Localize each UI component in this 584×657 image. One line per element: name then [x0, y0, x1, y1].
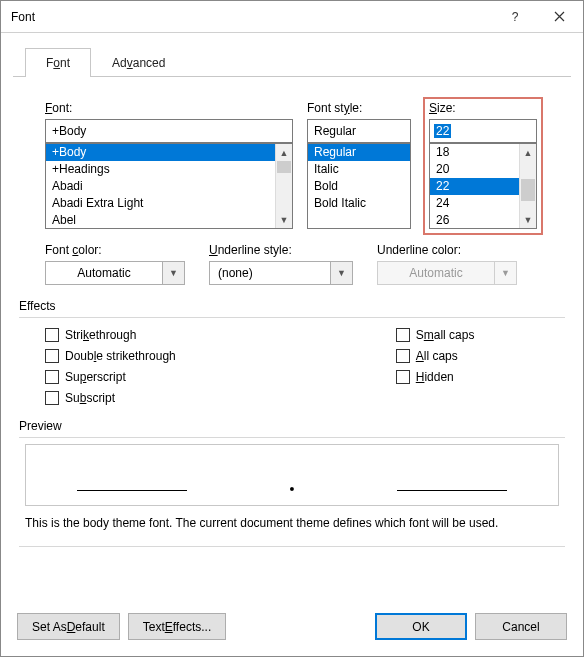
dialog-title: Font: [11, 10, 493, 24]
double-strikethrough-checkbox[interactable]: Double strikethrough: [45, 349, 176, 363]
preview-label: Preview: [19, 419, 565, 433]
dialog-footer: Set As Default Text Effects... OK Cancel: [1, 601, 583, 656]
list-item[interactable]: Abadi: [46, 178, 275, 195]
underline-style-value: (none): [209, 261, 331, 285]
tab-strip: Font Advanced: [25, 47, 583, 76]
font-input-value: +Body: [52, 124, 86, 138]
titlebar: Font ?: [1, 1, 583, 33]
all-caps-checkbox[interactable]: All caps: [396, 349, 475, 363]
tab-advanced[interactable]: Advanced: [91, 48, 186, 77]
preview-line: [77, 490, 187, 491]
font-scrollbar[interactable]: ▲ ▼: [275, 144, 292, 228]
list-item[interactable]: Bold Italic: [308, 195, 410, 212]
font-listbox[interactable]: +Body +Headings Abadi Abadi Extra Light …: [45, 143, 293, 229]
list-item[interactable]: Regular: [308, 144, 410, 161]
preview-line: [397, 490, 507, 491]
subscript-checkbox[interactable]: Subscript: [45, 391, 176, 405]
list-item[interactable]: 20: [430, 161, 519, 178]
set-default-button[interactable]: Set As Default: [17, 613, 120, 640]
font-style-input[interactable]: Regular: [307, 119, 411, 143]
effects-label: Effects: [19, 299, 565, 313]
size-input-value: 22: [434, 124, 451, 138]
divider: [19, 546, 565, 547]
chevron-down-icon[interactable]: ▼: [163, 261, 185, 285]
underline-color-combo: Automatic ▼: [377, 261, 517, 285]
small-caps-checkbox[interactable]: Small caps: [396, 328, 475, 342]
preview-dot: •: [290, 487, 295, 491]
underline-style-label: Underline style:: [209, 243, 353, 257]
divider: [19, 437, 565, 438]
list-item[interactable]: 24: [430, 195, 519, 212]
list-item[interactable]: Abel: [46, 212, 275, 229]
font-input[interactable]: +Body: [45, 119, 293, 143]
preview-description: This is the body theme font. The current…: [25, 516, 559, 530]
hidden-checkbox[interactable]: Hidden: [396, 370, 475, 384]
font-style-input-value: Regular: [314, 124, 356, 138]
scroll-up-icon[interactable]: ▲: [276, 144, 292, 161]
superscript-checkbox[interactable]: Superscript: [45, 370, 176, 384]
list-item[interactable]: 22: [430, 178, 519, 195]
font-label: Font:: [45, 101, 293, 115]
underline-color-value: Automatic: [377, 261, 495, 285]
font-color-label: Font color:: [45, 243, 185, 257]
chevron-down-icon[interactable]: ▼: [331, 261, 353, 285]
preview-box: •: [25, 444, 559, 506]
help-button[interactable]: ?: [493, 2, 537, 32]
scroll-down-icon[interactable]: ▼: [520, 211, 536, 228]
close-button[interactable]: [537, 2, 581, 32]
cancel-button[interactable]: Cancel: [475, 613, 567, 640]
divider: [19, 317, 565, 318]
text-effects-button[interactable]: Text Effects...: [128, 613, 227, 640]
list-item[interactable]: Italic: [308, 161, 410, 178]
underline-style-combo[interactable]: (none) ▼: [209, 261, 353, 285]
font-style-label: Font style:: [307, 101, 411, 115]
font-color-value: Automatic: [45, 261, 163, 285]
size-listbox[interactable]: 18 20 22 24 26 ▲ ▼: [429, 143, 537, 229]
strikethrough-checkbox[interactable]: Strikethrough: [45, 328, 176, 342]
size-label: Size:: [429, 101, 537, 115]
list-item[interactable]: Abadi Extra Light: [46, 195, 275, 212]
font-dialog: Font ? Font Advanced Font: +Body +Body +…: [0, 0, 584, 657]
tab-content: Font: +Body +Body +Headings Abadi Abadi …: [1, 77, 583, 601]
font-style-listbox[interactable]: Regular Italic Bold Bold Italic: [307, 143, 411, 229]
tab-font[interactable]: Font: [25, 48, 91, 77]
scroll-up-icon[interactable]: ▲: [520, 144, 536, 161]
underline-color-label: Underline color:: [377, 243, 517, 257]
close-icon: [554, 11, 565, 22]
list-item[interactable]: 18: [430, 144, 519, 161]
scroll-down-icon[interactable]: ▼: [276, 211, 292, 228]
list-item[interactable]: +Body: [46, 144, 275, 161]
list-item[interactable]: +Headings: [46, 161, 275, 178]
size-input[interactable]: 22: [429, 119, 537, 143]
font-color-combo[interactable]: Automatic ▼: [45, 261, 185, 285]
list-item[interactable]: Bold: [308, 178, 410, 195]
size-highlight: Size: 22 18 20 22 24 26 ▲ ▼: [423, 97, 543, 235]
chevron-down-icon: ▼: [495, 261, 517, 285]
list-item[interactable]: 26: [430, 212, 519, 229]
ok-button[interactable]: OK: [375, 613, 467, 640]
size-scrollbar[interactable]: ▲ ▼: [519, 144, 536, 228]
